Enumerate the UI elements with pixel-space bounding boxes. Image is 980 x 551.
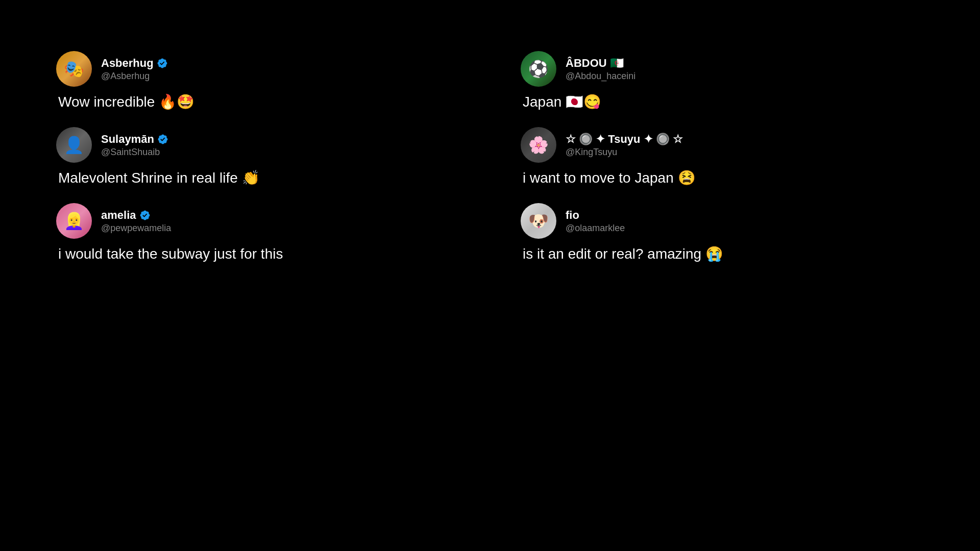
comment-block: 🎭 Asberhug @Asberhug Wow incredible 🔥🤩 (56, 51, 475, 112)
user-info: ☆ 🔘 ✦ Tsuyu ✦ 🔘 ☆ @KingTsuyu (566, 133, 683, 158)
user-info: fio @olaamarklee (566, 209, 625, 234)
avatar: 👤 (56, 127, 92, 163)
user-info: amelia @pewpewamelia (101, 209, 171, 234)
user-row: 🎭 Asberhug @Asberhug (56, 51, 475, 87)
name-text: Sulaymān (101, 133, 154, 146)
comment-block: 🌸 ☆ 🔘 ✦ Tsuyu ✦ 🔘 ☆ @KingTsuyu i want to… (521, 127, 939, 188)
verified-badge (157, 58, 168, 69)
right-column: ⚽ ÂBDOU 🇩🇿 @Abdou_haceini Japan 🇯🇵😋 🌸 (505, 51, 939, 280)
avatar: 🎭 (56, 51, 92, 87)
verified-badge (139, 210, 151, 221)
display-name: fio (566, 209, 625, 222)
comment-block: 👱‍♀️ amelia @pewpewamelia i would take t… (56, 203, 475, 264)
avatar: ⚽ (521, 51, 556, 87)
comment-text: is it an edit or real? amazing 😭 (521, 244, 939, 264)
avatar: 👱‍♀️ (56, 203, 92, 239)
name-text: fio (566, 209, 579, 222)
user-info: Sulaymān @SaintShuaib (101, 133, 168, 158)
comment-text: Japan 🇯🇵😋 (521, 92, 939, 112)
username: @pewpewamelia (101, 223, 171, 234)
name-text: ☆ 🔘 ✦ Tsuyu ✦ 🔘 ☆ (566, 133, 683, 146)
name-text: Asberhug (101, 57, 154, 70)
user-row: 🐶 fio @olaamarklee (521, 203, 939, 239)
display-name: amelia (101, 209, 171, 222)
avatar: 🌸 (521, 127, 556, 163)
avatar: 🐶 (521, 203, 556, 239)
display-name: Asberhug (101, 57, 168, 70)
user-info: ÂBDOU 🇩🇿 @Abdou_haceini (566, 57, 635, 82)
comment-text: Wow incredible 🔥🤩 (56, 92, 475, 112)
name-text: amelia (101, 209, 136, 222)
comment-text: Malevolent Shrine in real life 👏 (56, 168, 475, 188)
username: @Asberhug (101, 71, 168, 82)
comment-text: i would take the subway just for this (56, 244, 475, 264)
username: @Abdou_haceini (566, 71, 635, 82)
username: @olaamarklee (566, 223, 625, 234)
comment-text: i want to move to Japan 😫 (521, 168, 939, 188)
comment-block: 🐶 fio @olaamarklee is it an edit or real… (521, 203, 939, 264)
comments-grid: 🎭 Asberhug @Asberhug Wow incredible 🔥🤩 (0, 0, 980, 331)
comment-block: 👤 Sulaymān @SaintShuaib Malevolent Shrin… (56, 127, 475, 188)
comment-block: ⚽ ÂBDOU 🇩🇿 @Abdou_haceini Japan 🇯🇵😋 (521, 51, 939, 112)
display-name: Sulaymān (101, 133, 168, 146)
name-text: ÂBDOU 🇩🇿 (566, 57, 624, 70)
display-name: ÂBDOU 🇩🇿 (566, 57, 635, 70)
user-row: 👱‍♀️ amelia @pewpewamelia (56, 203, 475, 239)
user-info: Asberhug @Asberhug (101, 57, 168, 82)
user-row: ⚽ ÂBDOU 🇩🇿 @Abdou_haceini (521, 51, 939, 87)
username: @SaintShuaib (101, 147, 168, 158)
user-row: 🌸 ☆ 🔘 ✦ Tsuyu ✦ 🔘 ☆ @KingTsuyu (521, 127, 939, 163)
left-column: 🎭 Asberhug @Asberhug Wow incredible 🔥🤩 (41, 51, 475, 280)
username: @KingTsuyu (566, 147, 683, 158)
user-row: 👤 Sulaymān @SaintShuaib (56, 127, 475, 163)
verified-badge (157, 134, 168, 145)
display-name: ☆ 🔘 ✦ Tsuyu ✦ 🔘 ☆ (566, 133, 683, 146)
